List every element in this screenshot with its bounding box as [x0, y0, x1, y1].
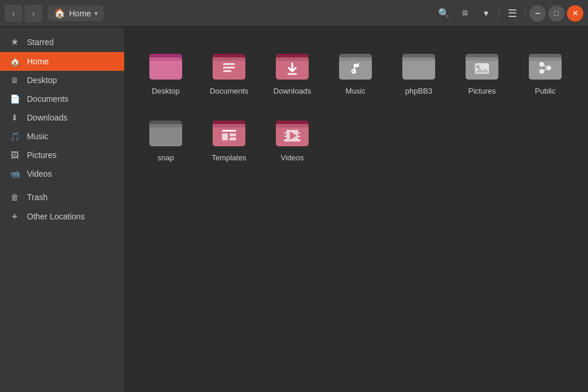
main-layout: ★ Starred 🏠 Home 🖥 Desktop 📄 Documents ⬇… [0, 27, 588, 392]
toolbar-right: 🔍 ≡ ▾ ☰ − □ ✕ [435, 4, 583, 23]
sidebar-label-home: Home [27, 57, 49, 66]
folder-phpbb3-svg [400, 46, 437, 83]
folder-music[interactable]: Music [326, 39, 385, 101]
videos-icon: 📹 [9, 169, 20, 178]
folder-music-label: Music [346, 87, 365, 96]
svg-rect-12 [222, 133, 228, 140]
sidebar-label-downloads: Downloads [27, 113, 67, 122]
pictures-icon: 🖼 [9, 150, 20, 160]
home-breadcrumb[interactable]: 🏠 Home ▾ [48, 5, 104, 21]
close-button[interactable]: ✕ [567, 5, 583, 22]
folder-videos-label: Videos [281, 153, 304, 163]
folder-documents[interactable]: Documents [200, 39, 258, 101]
content-area: Desktop Documents [125, 27, 588, 392]
sidebar-item-pictures[interactable]: 🖼 Pictures [0, 146, 124, 164]
svg-rect-21 [298, 137, 300, 139]
folder-desktop-icon [147, 46, 184, 83]
folder-videos-icon [274, 112, 311, 150]
sidebar-item-home[interactable]: 🏠 Home [0, 52, 124, 71]
documents-icon: 📄 [9, 94, 20, 104]
svg-rect-3 [288, 73, 297, 75]
svg-rect-18 [284, 137, 286, 139]
sidebar-label-starred: Starred [27, 37, 54, 47]
search-icon: 🔍 [438, 8, 450, 19]
sidebar-item-videos[interactable]: 📹 Videos [0, 164, 124, 183]
folder-grid: Desktop Documents [136, 39, 576, 167]
home-breadcrumb-icon: 🏠 [54, 8, 66, 19]
maximize-button[interactable]: □ [548, 5, 565, 22]
titlebar: ‹ › 🏠 Home ▾ 🔍 ≡ ▾ ☰ − □ ✕ [0, 0, 588, 27]
folder-music-icon [337, 46, 374, 83]
sidebar-item-documents[interactable]: 📄 Documents [0, 90, 124, 108]
star-icon: ★ [9, 36, 20, 47]
folder-snap-svg [147, 112, 184, 150]
folder-pictures-label: Pictures [469, 87, 496, 96]
back-icon: ‹ [12, 9, 15, 18]
folder-snap-label: snap [158, 153, 174, 163]
folder-public-icon [527, 46, 564, 83]
folder-public-svg [527, 46, 564, 83]
trash-icon: 🗑 [9, 192, 20, 202]
minimize-icon: − [535, 8, 540, 19]
folder-phpbb3-label: phpBB3 [405, 87, 432, 96]
back-button[interactable]: ‹ [5, 5, 22, 22]
folder-pictures[interactable]: Pictures [453, 39, 511, 101]
folder-documents-svg [210, 46, 248, 83]
folder-desktop-svg [147, 46, 184, 83]
folder-desktop[interactable]: Desktop [136, 39, 195, 101]
search-button[interactable]: 🔍 [435, 4, 453, 23]
downloads-icon: ⬇ [9, 113, 20, 122]
sidebar-item-desktop[interactable]: 🖥 Desktop [0, 71, 124, 90]
svg-rect-13 [230, 133, 236, 136]
svg-rect-17 [284, 133, 286, 136]
svg-rect-2 [223, 70, 231, 72]
folder-documents-label: Documents [210, 87, 248, 96]
sidebar-item-downloads[interactable]: ⬇ Downloads [0, 108, 124, 127]
folder-templates-svg [210, 112, 248, 150]
folder-snap[interactable]: snap [136, 105, 195, 167]
folder-videos[interactable]: Videos [263, 105, 322, 167]
folder-pictures-icon [463, 46, 501, 83]
folder-phpbb3[interactable]: phpBB3 [389, 39, 448, 101]
folder-public[interactable]: Public [516, 39, 575, 101]
folder-music-svg [337, 46, 374, 83]
list-view-icon: ≡ [462, 7, 469, 19]
forward-icon: › [32, 9, 35, 18]
svg-point-7 [546, 66, 551, 70]
folder-downloads-label: Downloads [274, 87, 311, 96]
sidebar-label-trash: Trash [27, 192, 47, 202]
folder-templates-label: Templates [211, 153, 246, 163]
svg-rect-11 [222, 130, 236, 132]
sidebar-item-trash[interactable]: 🗑 Trash [0, 188, 124, 207]
menu-button[interactable]: ☰ [503, 4, 522, 23]
sidebar-label-other-locations: Other Locations [27, 212, 85, 221]
minimize-button[interactable]: − [529, 5, 546, 22]
forward-button[interactable]: › [25, 5, 42, 22]
folder-phpbb3-icon [400, 46, 437, 83]
folder-snap-icon [147, 112, 184, 150]
toolbar-separator-2 [525, 8, 526, 19]
sidebar-label-documents: Documents [27, 94, 69, 104]
list-view-button[interactable]: ≡ [456, 4, 474, 23]
other-locations-icon: + [9, 211, 20, 222]
svg-point-8 [539, 62, 544, 67]
svg-rect-16 [284, 130, 286, 132]
svg-rect-0 [223, 63, 235, 65]
folder-documents-icon [210, 46, 248, 83]
sidebar-label-pictures: Pictures [27, 150, 57, 160]
svg-point-5 [476, 65, 480, 68]
svg-rect-20 [298, 133, 300, 136]
sidebar-item-other-locations[interactable]: + Other Locations [0, 207, 124, 226]
view-options-icon: ▾ [484, 8, 488, 19]
svg-rect-19 [298, 130, 300, 132]
folder-downloads[interactable]: Downloads [263, 39, 322, 101]
toolbar-separator [499, 8, 500, 19]
svg-rect-14 [230, 137, 236, 140]
folder-templates[interactable]: Templates [200, 105, 258, 167]
sidebar-item-starred[interactable]: ★ Starred [0, 32, 124, 52]
desktop-icon: 🖥 [9, 75, 20, 85]
sidebar-item-music[interactable]: 🎵 Music [0, 127, 124, 146]
folder-pictures-svg [463, 46, 501, 83]
maximize-icon: □ [554, 9, 559, 18]
view-options-button[interactable]: ▾ [477, 4, 495, 23]
